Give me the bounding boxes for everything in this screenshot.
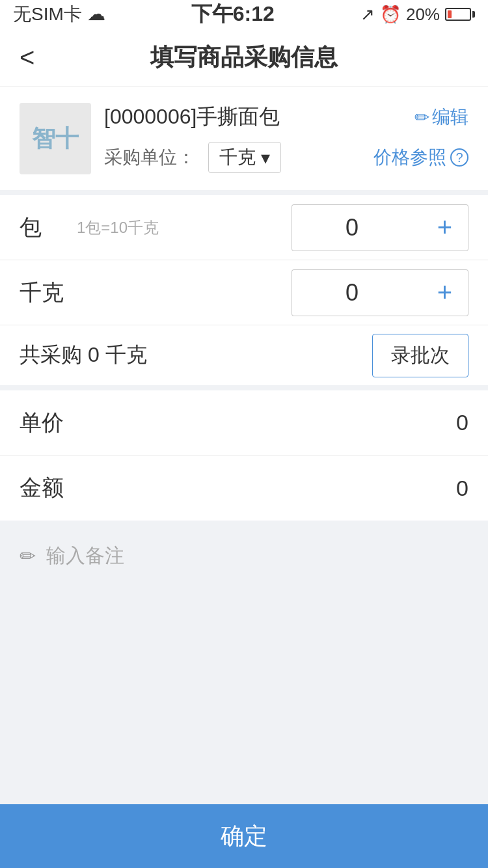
- batch-button[interactable]: 录批次: [372, 334, 468, 377]
- unit-row: 采购单位： 千克 ▾ 价格参照 ?: [104, 142, 468, 173]
- edit-icon: ✏: [414, 107, 429, 128]
- bag-plus-button[interactable]: +: [422, 204, 468, 251]
- location-icon: ↗: [360, 5, 375, 25]
- unit-price-value: 0: [456, 410, 468, 435]
- notes-placeholder: 输入备注: [46, 543, 124, 569]
- price-ref-label: 价格参照: [373, 145, 446, 170]
- product-card: 智十 [0000006]手撕面包 ✏ 编辑 采购单位： 千克 ▾: [0, 87, 488, 195]
- product-code: [0000006]: [104, 105, 197, 128]
- bag-quantity-input[interactable]: [291, 204, 422, 251]
- edit-label: 编辑: [432, 105, 468, 129]
- pencil-icon: ✏: [20, 545, 36, 567]
- amount-value: 0: [456, 476, 468, 501]
- sim-status: 无SIM卡 ☁: [13, 2, 105, 27]
- edit-button[interactable]: ✏ 编辑: [414, 105, 468, 129]
- unit-select[interactable]: 千克 ▾: [208, 142, 281, 173]
- unit-price-label: 单价: [20, 408, 64, 438]
- unit-label: 采购单位：: [104, 147, 195, 167]
- kg-quantity-input[interactable]: [291, 269, 422, 316]
- battery-indicator: [445, 8, 475, 21]
- bag-input-group: +: [291, 204, 468, 251]
- summary-row: 共采购 0 千克 录批次: [0, 325, 488, 390]
- status-right: ↗ ⏰ 20%: [360, 5, 475, 25]
- amount-label: 金额: [20, 473, 64, 503]
- unit-label-group: 采购单位： 千克 ▾: [104, 142, 281, 173]
- confirm-button-label: 确定: [221, 821, 267, 852]
- status-time: 下午6:12: [191, 0, 275, 29]
- notes-section[interactable]: ✏ 输入备注: [0, 526, 488, 586]
- bag-sublabel: 1包=10千克: [77, 217, 291, 238]
- status-left: 无SIM卡 ☁: [13, 2, 105, 27]
- bag-label: 包: [20, 213, 72, 243]
- unit-value: 千克: [219, 145, 256, 170]
- product-image: 智十: [20, 103, 91, 174]
- unit-price-row: 单价 0: [0, 390, 488, 455]
- kg-plus-button[interactable]: +: [422, 269, 468, 316]
- chevron-down-icon: ▾: [261, 147, 270, 169]
- bag-input-row: 包 1包=10千克 +: [0, 195, 488, 260]
- battery-percent: 20%: [406, 5, 440, 25]
- status-bar: 无SIM卡 ☁ 下午6:12 ↗ ⏰ 20%: [0, 0, 488, 29]
- confirm-button[interactable]: 确定: [0, 804, 488, 868]
- back-button[interactable]: <: [20, 36, 47, 79]
- kg-label: 千克: [20, 278, 72, 308]
- price-section: 单价 0 金额 0: [0, 390, 488, 526]
- amount-row: 金额 0: [0, 455, 488, 521]
- product-logo: 智十: [32, 123, 79, 155]
- input-section: 包 1包=10千克 + 千克 +: [0, 195, 488, 325]
- price-ref-button[interactable]: 价格参照 ?: [373, 145, 468, 170]
- page-title: 填写商品采购信息: [150, 42, 338, 74]
- product-name-row: [0000006]手撕面包 ✏ 编辑: [104, 103, 468, 131]
- alarm-icon: ⏰: [380, 5, 401, 25]
- product-info: [0000006]手撕面包 ✏ 编辑 采购单位： 千克 ▾ 价格参照 ?: [104, 103, 468, 173]
- kg-input-group: +: [291, 269, 468, 316]
- product-name: [0000006]手撕面包: [104, 103, 280, 131]
- nav-bar: < 填写商品采购信息: [0, 29, 488, 87]
- product-title: 手撕面包: [197, 105, 280, 128]
- help-icon: ?: [450, 148, 468, 167]
- summary-text: 共采购 0 千克: [20, 341, 147, 370]
- kg-input-row: 千克 +: [0, 260, 488, 325]
